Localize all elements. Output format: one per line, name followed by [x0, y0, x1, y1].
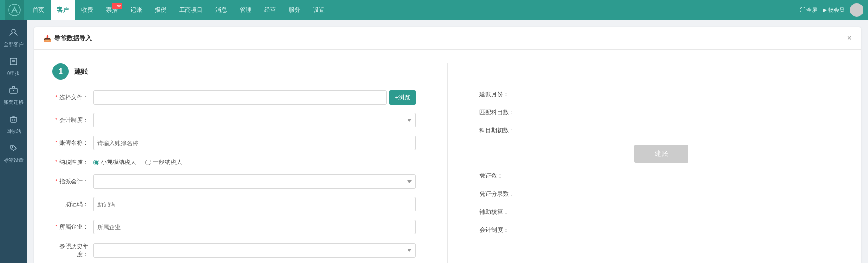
accountant-field: [93, 174, 416, 189]
svg-rect-8: [11, 117, 16, 122]
month-label: 建账月份：: [479, 90, 509, 99]
memo-input[interactable]: [93, 197, 416, 211]
svg-point-12: [12, 146, 13, 148]
nav-items: 首页 客户 收费 票据new 记账 报税 工商项目 消息 管理 经营 服务 设置: [26, 0, 800, 20]
nav-home[interactable]: 首页: [26, 0, 51, 20]
sidebar-item-zero-declare[interactable]: 0申报: [0, 52, 27, 81]
accountant-select[interactable]: [93, 174, 416, 189]
match-subject-label: 匹配科目数：: [479, 108, 515, 117]
nav-tax[interactable]: 报税: [148, 0, 173, 20]
all-customers-icon: [9, 28, 18, 39]
panel-body: 1 建账 * 选择文件： +浏览: [34, 50, 861, 263]
sidebar-item-all-customers[interactable]: 全部客户: [0, 23, 27, 52]
form-row-ref-year: 参照历史年度：: [52, 242, 416, 258]
tax-type-general-radio[interactable]: [145, 160, 151, 165]
aux-calc-label: 辅助核算：: [479, 208, 509, 216]
avatar[interactable]: [850, 3, 863, 17]
panel: 📥 导爷数据导入 × 1 建账 * 选择文件：: [34, 27, 861, 263]
form-row-accountant: * 指派会计：: [52, 174, 416, 189]
memo-field: [93, 197, 416, 211]
nav-business[interactable]: 工商项目: [173, 0, 209, 20]
ref-year-field: [93, 243, 416, 258]
nav-fee[interactable]: 收费: [75, 0, 100, 20]
main-content: 📥 导爷数据导入 × 1 建账 * 选择文件：: [27, 20, 868, 263]
form-section: 1 建账 * 选择文件： +浏览: [52, 63, 843, 263]
ledger-name-input[interactable]: [93, 136, 416, 150]
nav-right: ⛶ 全屏 ▶ 畅会员: [800, 3, 863, 17]
nav-customer[interactable]: 客户: [51, 0, 75, 20]
panel-title-area: 📥 导爷数据导入: [43, 34, 92, 42]
file-label: * 选择文件：: [52, 94, 89, 102]
nav-settings[interactable]: 设置: [307, 0, 331, 20]
nav-service[interactable]: 服务: [282, 0, 307, 20]
voucher-entry-label: 凭证分录数：: [479, 190, 515, 198]
sidebar-label-tag-settings: 标签设置: [4, 157, 24, 164]
nav-accounting[interactable]: 记账: [124, 0, 148, 20]
svg-rect-4: [10, 58, 17, 65]
build-button[interactable]: 建账: [634, 145, 688, 163]
form-row-accounting-system: * 会计制度：: [52, 113, 416, 127]
right-row-match: 匹配科目数：: [479, 108, 843, 117]
right-row-accounting-system: 会计制度：: [479, 226, 843, 234]
svg-point-0: [9, 4, 20, 16]
sidebar-label-all-customers: 全部客户: [4, 41, 24, 48]
svg-point-2: [854, 11, 860, 15]
tax-type-small-label[interactable]: 小规模纳税人: [93, 158, 136, 166]
logo[interactable]: [5, 0, 24, 20]
trash-icon: [9, 115, 18, 126]
form-row-tax-type: * 纳税性质： 小规模纳税人 一般纳税人: [52, 158, 416, 166]
svg-point-3: [12, 29, 15, 33]
sidebar-label-trash: 回收站: [6, 128, 21, 135]
sidebar: 全部客户 0申报 账套迁移: [0, 20, 27, 263]
sidebar-item-trash[interactable]: 回收站: [0, 110, 27, 139]
section-divider: [447, 63, 448, 263]
top-nav: 首页 客户 收费 票据new 记账 报税 工商项目 消息 管理 经营 服务 设置…: [0, 0, 868, 20]
vip-btn[interactable]: ▶ 畅会员: [823, 6, 844, 14]
panel-close-button[interactable]: ×: [847, 33, 852, 43]
right-row-period-init: 科目期初数：: [479, 127, 843, 135]
browse-button[interactable]: +浏览: [389, 90, 416, 105]
accounting-system-label: * 会计制度：: [52, 116, 89, 124]
account-migrate-icon: [9, 86, 18, 97]
sidebar-label-zero-declare: 0申报: [7, 70, 20, 77]
company-input[interactable]: [93, 220, 416, 234]
svg-point-1: [855, 7, 859, 10]
fullscreen-icon: ⛶: [800, 7, 805, 13]
new-badge: new: [112, 3, 122, 9]
accountant-label: * 指派会计：: [52, 178, 89, 186]
sidebar-item-account-migrate[interactable]: 账套迁移: [0, 81, 27, 110]
sidebar-item-tag-settings[interactable]: 标签设置: [0, 139, 27, 168]
ledger-name-field: [93, 136, 416, 150]
form-left: 1 建账 * 选择文件： +浏览: [52, 63, 416, 263]
nav-manage[interactable]: 管理: [233, 0, 258, 20]
tax-type-small-text: 小规模纳税人: [101, 158, 136, 166]
tax-type-label: * 纳税性质：: [52, 158, 89, 166]
panel-title-icon: 📥: [43, 35, 51, 42]
nav-invoice[interactable]: 票据new: [100, 0, 124, 20]
tax-type-general-text: 一般纳税人: [153, 158, 182, 166]
tax-type-general-label[interactable]: 一般纳税人: [145, 158, 182, 166]
right-row-aux-calc: 辅助核算：: [479, 208, 843, 216]
right-accounting-system-label: 会计制度：: [479, 226, 509, 234]
form-right: 建账月份： 匹配科目数： 科目期初数： 建账: [479, 63, 843, 263]
ref-year-select[interactable]: [93, 243, 416, 258]
nav-operation[interactable]: 经营: [258, 0, 282, 20]
fullscreen-btn[interactable]: ⛶ 全屏: [800, 6, 817, 14]
play-icon: ▶: [823, 7, 827, 13]
step-label: 1 建账: [52, 63, 416, 80]
accounting-system-select[interactable]: [93, 113, 416, 127]
fullscreen-label: 全屏: [806, 6, 817, 14]
right-row-month: 建账月份：: [479, 90, 843, 99]
step-circle: 1: [52, 63, 69, 80]
period-init-label: 科目期初数：: [479, 127, 515, 135]
company-label: * 所属企业：: [52, 223, 89, 231]
nav-message[interactable]: 消息: [209, 0, 233, 20]
step-title: 建账: [74, 67, 88, 76]
ledger-name-label: * 账簿名称：: [52, 139, 89, 147]
memo-label: 助记码：: [52, 200, 89, 208]
panel-title: 导爷数据导入: [54, 34, 92, 42]
vip-label: 畅会员: [828, 6, 844, 14]
file-input[interactable]: [93, 90, 387, 105]
tax-type-field: 小规模纳税人 一般纳税人: [93, 158, 416, 166]
tax-type-small-radio[interactable]: [93, 160, 99, 165]
